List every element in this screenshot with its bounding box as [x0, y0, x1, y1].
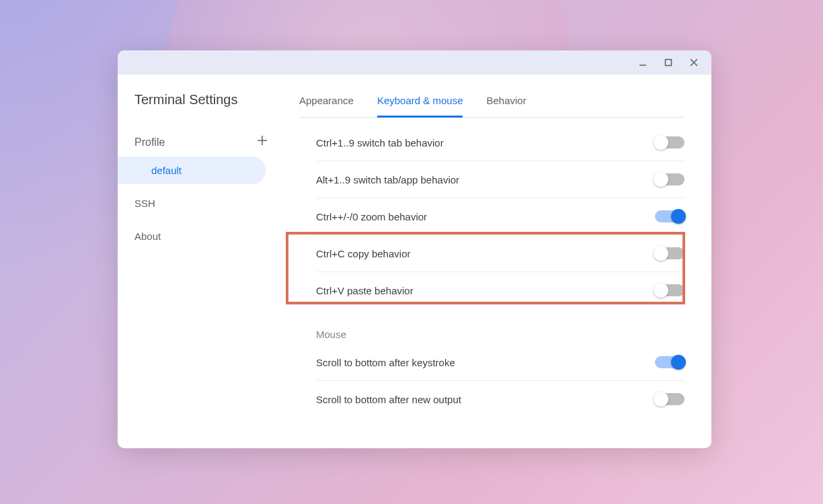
toggle-knob: [654, 135, 668, 150]
sidebar-item-about[interactable]: About: [118, 222, 286, 250]
sidebar: Terminal Settings Profile default SSH Ab…: [118, 75, 286, 448]
setting-row: Scroll to bottom after keystroke: [316, 344, 684, 381]
toggle-ctrl-c[interactable]: [655, 247, 684, 259]
sidebar-item-ssh[interactable]: SSH: [118, 190, 286, 217]
toggle-scroll-output[interactable]: [655, 393, 684, 405]
tab-bar: Appearance Keyboard & mouse Behavior: [299, 92, 684, 118]
toggle-knob: [671, 355, 686, 370]
minimize-icon: [638, 58, 648, 67]
toggle-knob: [654, 392, 668, 407]
window-titlebar: [118, 50, 711, 75]
settings-list: Ctrl+1..9 switch tab behavior Alt+1..9 s…: [299, 118, 711, 431]
setting-row: Ctrl+V paste behavior: [316, 272, 684, 308]
maximize-button[interactable]: [656, 53, 680, 72]
svg-rect-1: [666, 60, 672, 66]
sidebar-item-label: default: [151, 165, 182, 176]
toggle-knob: [654, 283, 668, 298]
setting-row: Alt+1..9 switch tab/app behavior: [316, 161, 684, 198]
profile-label: Profile: [134, 136, 165, 149]
toggle-alt-1-9[interactable]: [655, 173, 684, 185]
profile-header: Profile: [118, 128, 286, 157]
maximize-icon: [664, 58, 673, 67]
setting-row: Scroll to bottom after new output: [316, 381, 684, 417]
window-content: Terminal Settings Profile default SSH Ab…: [118, 75, 711, 448]
close-button[interactable]: [682, 53, 706, 72]
toggle-knob: [671, 209, 686, 224]
main-panel: Appearance Keyboard & mouse Behavior Ctr…: [286, 75, 711, 448]
toggle-ctrl-v[interactable]: [655, 284, 684, 296]
close-icon: [689, 58, 699, 67]
setting-label: Ctrl++/-/0 zoom behavior: [316, 211, 427, 222]
setting-row: Ctrl+1..9 switch tab behavior: [316, 124, 684, 161]
setting-label: Ctrl+1..9 switch tab behavior: [316, 137, 444, 149]
page-title: Terminal Settings: [118, 92, 286, 108]
setting-row: Ctrl+C copy behavior: [316, 235, 684, 272]
tab-appearance[interactable]: Appearance: [299, 92, 354, 118]
setting-label: Scroll to bottom after new output: [316, 394, 461, 405]
plus-icon: [256, 134, 268, 146]
setting-row: Ctrl++/-/0 zoom behavior: [316, 198, 684, 235]
sidebar-item-default[interactable]: default: [118, 157, 266, 184]
toggle-scroll-keystroke[interactable]: [655, 356, 684, 368]
toggle-zoom[interactable]: [655, 210, 684, 222]
toggle-ctrl-1-9[interactable]: [655, 136, 684, 149]
setting-label: Alt+1..9 switch tab/app behavior: [316, 174, 459, 185]
tab-keyboard-mouse[interactable]: Keyboard & mouse: [377, 92, 463, 118]
sidebar-item-label: About: [134, 230, 161, 242]
toggle-knob: [654, 246, 668, 261]
add-profile-button[interactable]: [256, 134, 269, 150]
setting-label: Ctrl+C copy behavior: [316, 248, 410, 259]
settings-window: Terminal Settings Profile default SSH Ab…: [118, 50, 711, 448]
setting-label: Ctrl+V paste behavior: [316, 285, 414, 296]
tab-behavior[interactable]: Behavior: [486, 92, 526, 118]
toggle-knob: [654, 172, 668, 187]
sidebar-item-label: SSH: [134, 198, 155, 209]
setting-label: Scroll to bottom after keystroke: [316, 357, 455, 368]
mouse-section-label: Mouse: [316, 308, 684, 344]
minimize-button[interactable]: [631, 53, 655, 72]
